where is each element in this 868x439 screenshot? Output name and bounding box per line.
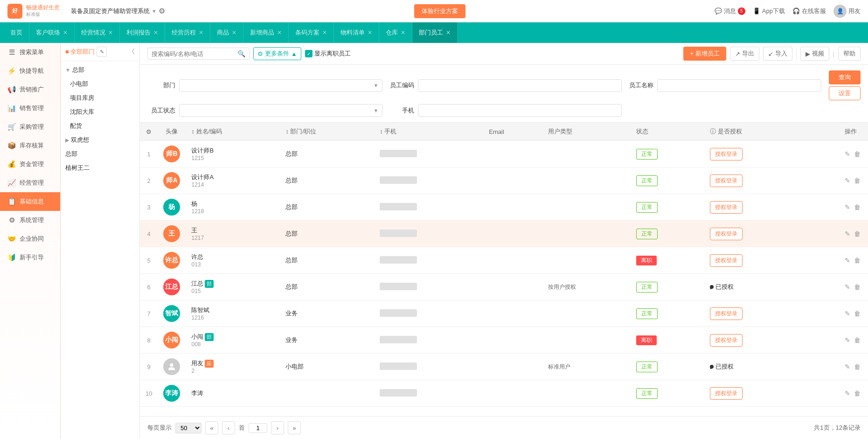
- edit-icon[interactable]: ✎: [845, 336, 850, 344]
- add-employee-button[interactable]: + 新增员工: [683, 47, 726, 61]
- dept-node-zhishu[interactable]: 植树王二: [61, 161, 139, 175]
- delete-icon[interactable]: 🗑: [854, 177, 861, 184]
- delete-icon[interactable]: 🗑: [854, 257, 861, 264]
- filter-phone-input[interactable]: [418, 104, 621, 117]
- tab-operation[interactable]: 经营情况 ✕: [75, 22, 120, 43]
- tab-customer[interactable]: 客户联络 ✕: [29, 22, 75, 43]
- delete-icon[interactable]: 🗑: [854, 336, 861, 344]
- auth-login-btn[interactable]: 授权登录: [710, 334, 743, 347]
- auth-login-btn[interactable]: 授权登录: [710, 228, 743, 240]
- auth-login-btn[interactable]: 授权登录: [710, 387, 743, 400]
- tab-close-department[interactable]: ✕: [446, 29, 451, 36]
- import-button[interactable]: ↙导入: [763, 47, 792, 61]
- auth-login-btn[interactable]: 授权登录: [710, 174, 743, 187]
- edit-icon[interactable]: ✎: [845, 363, 850, 370]
- auth-login-btn[interactable]: 授权登录: [710, 148, 743, 160]
- auth-login-btn[interactable]: 授权登录: [710, 254, 743, 267]
- tab-close-bom[interactable]: ✕: [368, 29, 372, 36]
- app-download-btn[interactable]: 📱 App下载: [753, 7, 785, 15]
- tab-close-customer[interactable]: ✕: [63, 29, 68, 36]
- tab-bom[interactable]: 物料清单 ✕: [334, 22, 379, 43]
- tab-add-goods[interactable]: 新增商品 ✕: [243, 22, 289, 43]
- tab-close-barcode[interactable]: ✕: [322, 29, 327, 36]
- tab-close-warehouse[interactable]: ✕: [401, 29, 405, 36]
- delete-icon[interactable]: 🗑: [854, 310, 861, 317]
- edit-icon[interactable]: ✎: [845, 230, 850, 237]
- sidebar-item-guide[interactable]: 🔰 新手引导: [0, 248, 60, 267]
- reset-button[interactable]: 设置: [829, 86, 861, 100]
- user-avatar[interactable]: 👤 用友: [833, 5, 861, 18]
- more-filter-btn[interactable]: ⚙ 更多条件 ▲: [253, 47, 301, 60]
- settings-icon[interactable]: ⚙: [159, 7, 165, 15]
- auth-login-btn[interactable]: 授权登录: [710, 201, 743, 214]
- auth-login-btn[interactable]: 授权登录: [710, 307, 743, 320]
- message-btn[interactable]: 💬 消息 5: [715, 7, 745, 15]
- dept-node-headquarters-root[interactable]: ▼总部: [61, 63, 139, 77]
- edit-icon[interactable]: ✎: [845, 150, 850, 158]
- dept-collapse-btn[interactable]: 《: [128, 48, 135, 56]
- dept-node-small-elec[interactable]: 小电部: [61, 77, 139, 91]
- filter-status-input[interactable]: [183, 107, 373, 114]
- tab-warehouse[interactable]: 仓库 ✕: [379, 22, 412, 43]
- dept-node-shuanghu[interactable]: ▶双虎想: [61, 133, 139, 147]
- tab-history[interactable]: 经营历程 ✕: [165, 22, 210, 43]
- tab-goods[interactable]: 商品 ✕: [210, 22, 243, 43]
- edit-icon[interactable]: ✎: [845, 177, 850, 184]
- delete-icon[interactable]: 🗑: [854, 283, 861, 291]
- delete-icon[interactable]: 🗑: [854, 390, 861, 397]
- edit-icon[interactable]: ✎: [845, 390, 850, 397]
- sidebar-item-basic[interactable]: 📋 基础信息: [0, 192, 60, 211]
- prev-page-btn[interactable]: ‹: [222, 421, 235, 434]
- video-button[interactable]: ▶视频: [800, 47, 829, 61]
- tab-close-history[interactable]: ✕: [199, 29, 203, 36]
- sidebar-item-system[interactable]: ⚙ 系统管理: [0, 211, 60, 230]
- filter-dept-input[interactable]: [183, 82, 373, 89]
- filter-empcode-input[interactable]: [418, 79, 621, 92]
- dept-node-project-storage[interactable]: 项目库房: [61, 91, 139, 105]
- dept-node-shenyang[interactable]: 沈阳大库: [61, 105, 139, 119]
- edit-icon[interactable]: ✎: [845, 203, 850, 211]
- delete-icon[interactable]: 🗑: [854, 363, 861, 370]
- edit-icon[interactable]: ✎: [845, 310, 850, 317]
- export-button[interactable]: ↗导出: [730, 47, 759, 61]
- first-page-btn[interactable]: «: [205, 421, 218, 434]
- sidebar-item-finance[interactable]: 💰 资金管理: [0, 155, 60, 174]
- search-input[interactable]: [152, 50, 236, 57]
- online-service-btn[interactable]: 🎧 在线客服: [792, 7, 826, 15]
- filter-empname-input[interactable]: [657, 79, 821, 92]
- tab-home[interactable]: 首页: [4, 22, 29, 43]
- trial-button[interactable]: 体验行业方案: [414, 4, 465, 18]
- tab-close-profit[interactable]: ✕: [153, 29, 158, 36]
- sidebar-item-search[interactable]: ☰ 搜索菜单: [0, 43, 60, 62]
- tab-close-goods[interactable]: ✕: [232, 29, 236, 36]
- dept-edit-btn[interactable]: ✎: [97, 47, 107, 57]
- sidebar-item-shortcut[interactable]: ⚡ 快捷导航: [0, 62, 60, 80]
- delete-icon[interactable]: 🗑: [854, 203, 861, 211]
- search-button[interactable]: 查询: [829, 70, 861, 84]
- help-button[interactable]: 帮助: [838, 47, 861, 61]
- show-inactive-checkbox[interactable]: ✓: [305, 50, 312, 57]
- sidebar-item-collab[interactable]: 🤝 企业协同: [0, 230, 60, 248]
- tab-profit[interactable]: 利润报告 ✕: [120, 22, 165, 43]
- last-page-btn[interactable]: »: [288, 421, 301, 434]
- sidebar-item-operation[interactable]: 📈 经营管理: [0, 174, 60, 192]
- tab-close-add-goods[interactable]: ✕: [277, 29, 282, 36]
- page-input[interactable]: [249, 423, 267, 433]
- tab-barcode[interactable]: 条码方案 ✕: [289, 22, 334, 43]
- dept-node-delivery[interactable]: 配货: [61, 119, 139, 133]
- system-title[interactable]: 装备及固定资产辅助管理系统 ▼ ⚙: [71, 7, 165, 15]
- dept-node-headquarters2[interactable]: 总部: [61, 147, 139, 161]
- edit-icon[interactable]: ✎: [845, 283, 850, 291]
- sidebar-item-sales[interactable]: 📊 销售管理: [0, 99, 60, 118]
- delete-icon[interactable]: 🗑: [854, 230, 861, 237]
- sidebar-item-inventory[interactable]: 📦 库存核算: [0, 136, 60, 155]
- edit-icon[interactable]: ✎: [845, 257, 850, 264]
- search-icon[interactable]: 🔍: [237, 50, 245, 57]
- page-size-select[interactable]: 50 100: [175, 423, 201, 433]
- next-page-btn[interactable]: ›: [271, 421, 284, 434]
- sidebar-item-marketing[interactable]: 📢 营销推广: [0, 80, 60, 99]
- tab-department[interactable]: 部门员工 ✕: [412, 22, 458, 43]
- sidebar-item-purchase[interactable]: 🛒 采购管理: [0, 118, 60, 136]
- show-inactive-toggle[interactable]: ✓ 显示离职员工: [305, 49, 351, 58]
- delete-icon[interactable]: 🗑: [854, 150, 861, 158]
